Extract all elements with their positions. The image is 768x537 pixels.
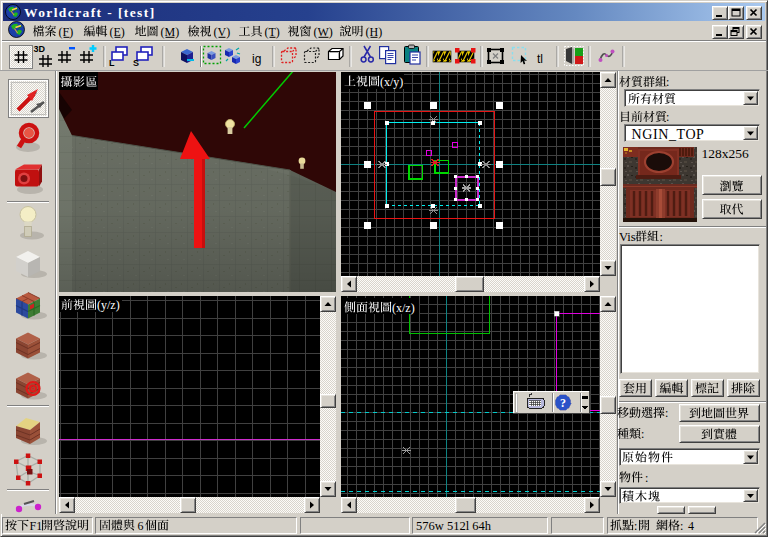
svg-text:576w 512l 64h: 576w 512l 64h: [416, 519, 492, 533]
svg-text:Worldcraft - [test]: Worldcraft - [test]: [24, 5, 156, 20]
svg-text:(H): (H): [366, 25, 383, 39]
svg-text:NGIN_TOP: NGIN_TOP: [632, 127, 705, 142]
svg-text:Vis: Vis: [619, 230, 636, 244]
svg-text::: :: [641, 427, 644, 441]
svg-text:6: 6: [138, 519, 144, 533]
svg-text:(E): (E): [110, 25, 125, 39]
svg-text:(y/z): (y/z): [97, 298, 120, 312]
svg-text:(M): (M): [161, 25, 180, 39]
svg-text:(T): (T): [265, 25, 280, 39]
svg-text::: :: [666, 110, 669, 124]
svg-text::: :: [634, 519, 637, 533]
svg-text:L: L: [109, 58, 115, 68]
svg-text:3D: 3D: [34, 44, 46, 54]
svg-text:128x256: 128x256: [702, 146, 750, 161]
svg-text::: :: [666, 75, 669, 89]
svg-text::: :: [660, 230, 663, 244]
svg-text:ig: ig: [252, 52, 261, 66]
svg-text:(x/y): (x/y): [380, 75, 403, 89]
svg-text:tl: tl: [537, 52, 543, 66]
svg-text:4: 4: [688, 519, 694, 533]
svg-text:(x/z): (x/z): [392, 301, 415, 315]
svg-text:(F): (F): [59, 25, 74, 39]
svg-text:(W): (W): [314, 25, 333, 39]
svg-text::: :: [680, 519, 683, 533]
svg-text:(V): (V): [214, 25, 231, 39]
svg-text::: :: [665, 406, 668, 420]
svg-text::: :: [645, 471, 648, 485]
svg-text:F1: F1: [30, 519, 43, 533]
svg-text:S: S: [133, 58, 139, 68]
